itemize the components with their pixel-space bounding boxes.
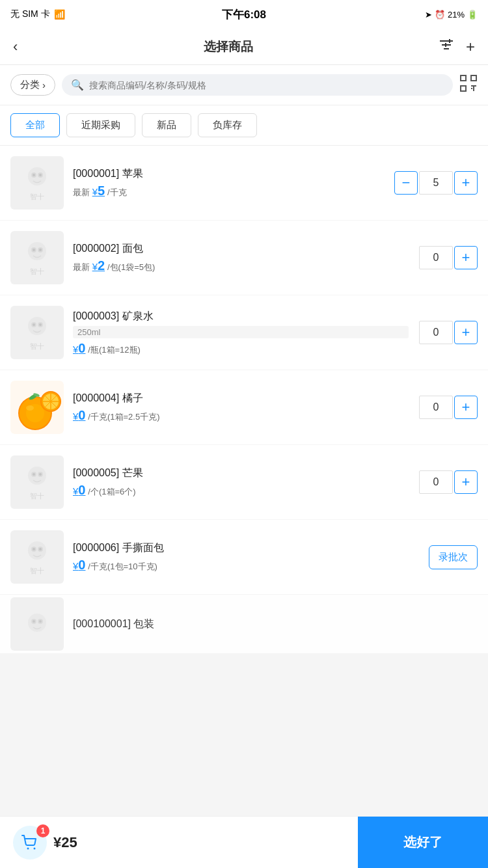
qty-control: + — [418, 246, 478, 269]
svg-rect-6 — [471, 75, 476, 81]
product-price: ¥0 /千克(1箱=2.5千克) — [73, 408, 409, 423]
search-box: 🔍 — [62, 74, 453, 96]
qty-control: + — [418, 396, 478, 419]
battery-icon: 🔋 — [467, 10, 478, 20]
svg-point-15 — [39, 174, 42, 176]
qty-increase-button[interactable]: + — [454, 470, 478, 494]
category-arrow: › — [42, 79, 46, 90]
product-item: 智十 [0000001] 苹果 最新 ¥5 /千克 − + — [0, 146, 488, 220]
tab-recent[interactable]: 近期采购 — [66, 113, 135, 137]
qty-control: − + — [394, 171, 478, 195]
product-info: [0000004] 橘子 ¥0 /千克(1箱=2.5千克) — [73, 392, 409, 423]
cart-section: 1 ¥25 — [0, 826, 358, 860]
battery-label: 21% — [448, 10, 465, 20]
product-image — [10, 381, 64, 434]
search-icon: 🔍 — [71, 79, 84, 91]
svg-point-25 — [39, 323, 42, 326]
product-info: [0000003] 矿泉水 250ml ¥0 /瓶(1箱=12瓶) — [73, 310, 409, 356]
qty-increase-button[interactable]: + — [454, 321, 478, 344]
svg-rect-5 — [461, 75, 466, 81]
sim-label: 无 SIM 卡 — [10, 8, 50, 20]
status-left: 无 SIM 卡 📶 — [10, 8, 65, 20]
filter-icon[interactable] — [439, 38, 454, 55]
product-name: [0000003] 矿泉水 — [73, 310, 409, 323]
product-price: ¥0 /千克(1包=10千克) — [73, 558, 420, 573]
svg-point-14 — [33, 174, 35, 176]
status-bar: 无 SIM 卡 📶 下午6:08 ➤ ⏰ 21% 🔋 — [0, 0, 488, 29]
product-item: 智十 [0000006] 手撕面包 ¥0 /千克(1包=10千克) 录批次 — [0, 520, 488, 594]
product-info: [0000002] 面包 最新 ¥2 /包(1袋=5包) — [73, 242, 409, 273]
svg-rect-7 — [461, 86, 466, 91]
product-name: [0000006] 手撕面包 — [73, 541, 420, 555]
add-icon[interactable]: + — [466, 38, 475, 56]
product-name: [0000005] 芒果 — [73, 467, 409, 480]
search-input[interactable] — [89, 80, 444, 90]
product-price: 最新 ¥2 /包(1袋=5包) — [73, 258, 409, 273]
confirm-button[interactable]: 选好了 — [358, 817, 488, 869]
scan-icon[interactable] — [459, 74, 478, 96]
product-info: [000100001] 包装 — [73, 617, 478, 631]
qty-increase-button[interactable]: + — [454, 171, 478, 195]
nav-actions: + — [439, 38, 475, 56]
product-item: 智十 [0000005] 芒果 ¥0 /个(1箱=6个) + — [0, 445, 488, 519]
svg-point-49 — [39, 548, 42, 550]
qty-increase-button[interactable]: + — [454, 246, 478, 269]
svg-point-53 — [33, 620, 35, 623]
product-image — [10, 597, 64, 651]
qty-decrease-button[interactable]: − — [394, 171, 418, 195]
qty-increase-button[interactable]: + — [454, 396, 478, 419]
product-spec: 250ml — [73, 326, 409, 338]
cart-badge: 1 — [36, 824, 49, 837]
qty-input[interactable] — [419, 321, 453, 344]
cart-icon[interactable]: 1 — [13, 826, 47, 860]
svg-point-24 — [33, 323, 35, 326]
product-name: [0000002] 面包 — [73, 242, 409, 256]
product-price: ¥0 /个(1箱=6个) — [73, 483, 409, 498]
back-button[interactable]: ‹ — [13, 38, 18, 55]
tab-all[interactable]: 全部 — [10, 113, 60, 137]
qty-input[interactable] — [419, 396, 453, 419]
product-price: 最新 ¥5 /千克 — [73, 183, 385, 198]
svg-point-56 — [34, 847, 36, 849]
tab-new[interactable]: 新品 — [142, 113, 191, 137]
wifi-icon: 📶 — [54, 9, 65, 20]
product-image: 智十 — [10, 156, 64, 210]
product-image: 智十 — [10, 231, 64, 284]
product-image: 智十 — [10, 306, 64, 359]
status-time: 下午6:08 — [222, 7, 266, 22]
svg-point-20 — [39, 249, 42, 251]
alarm-icon: ⏰ — [435, 10, 445, 20]
cart-total: ¥25 — [53, 834, 77, 851]
page-title: 选择商品 — [204, 38, 253, 55]
tab-bar: 全部 近期采购 新品 负库存 — [0, 105, 488, 146]
category-button[interactable]: 分类 › — [10, 74, 55, 96]
product-name: [000100001] 包装 — [73, 617, 478, 631]
filter-row: 分类 › 🔍 — [0, 65, 488, 105]
qty-input[interactable] — [419, 470, 453, 494]
product-info: [0000001] 苹果 最新 ¥5 /千克 — [73, 167, 385, 198]
svg-point-30 — [26, 405, 34, 411]
nav-bar: ‹ 选择商品 + — [0, 29, 488, 65]
product-image: 智十 — [10, 455, 64, 509]
product-name: [0000004] 橘子 — [73, 392, 409, 405]
tab-negative[interactable]: 负库存 — [198, 113, 257, 137]
svg-point-19 — [33, 249, 35, 251]
product-info: [0000006] 手撕面包 ¥0 /千克(1包=10千克) — [73, 541, 420, 573]
record-batch-button[interactable]: 录批次 — [429, 545, 478, 569]
svg-point-55 — [27, 847, 29, 849]
qty-input[interactable] — [419, 246, 453, 269]
product-info: [0000005] 芒果 ¥0 /个(1箱=6个) — [73, 467, 409, 498]
bottom-bar: 1 ¥25 选好了 — [0, 816, 488, 868]
qty-input[interactable] — [419, 171, 453, 195]
svg-point-54 — [39, 620, 42, 623]
status-right: ➤ ⏰ 21% 🔋 — [425, 10, 478, 20]
product-image: 智十 — [10, 530, 64, 584]
product-price: ¥0 /瓶(1箱=12瓶) — [73, 341, 409, 356]
svg-point-44 — [39, 473, 42, 476]
product-item: [0000004] 橘子 ¥0 /千克(1箱=2.5千克) + — [0, 370, 488, 444]
location-icon: ➤ — [425, 10, 432, 20]
svg-point-43 — [33, 473, 35, 476]
product-list: 智十 [0000001] 苹果 最新 ¥5 /千克 − + — [0, 146, 488, 653]
product-item: 智十 [0000003] 矿泉水 250ml ¥0 /瓶(1箱=12瓶) + — [0, 295, 488, 370]
product-item: 智十 [0000002] 面包 最新 ¥2 /包(1袋=5包) + — [0, 221, 488, 295]
